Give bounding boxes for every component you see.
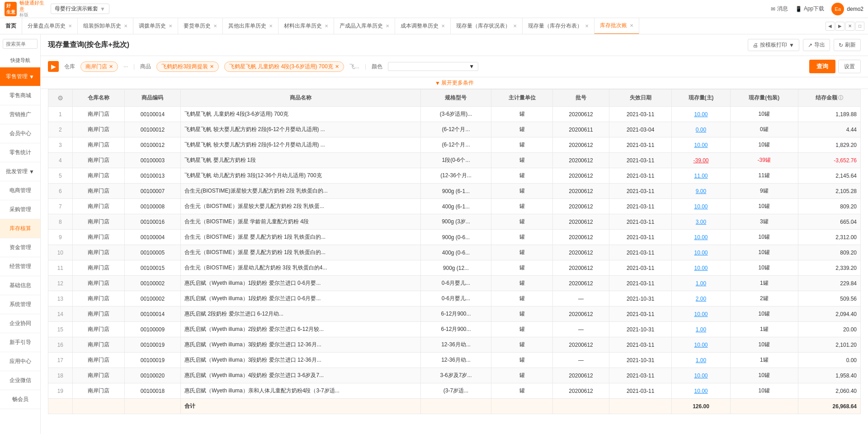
tab-product-in[interactable]: 产成品入库单历史 ✕ (334, 18, 395, 34)
tab-inventory-dist[interactable]: 现存量（库存分布表）✕ (523, 18, 594, 34)
sidebar-item-finance[interactable]: 资金管理 (0, 238, 40, 257)
sidebar-item-inventory[interactable]: 库存核算 (0, 219, 40, 238)
close-icon[interactable]: ✕ (169, 24, 172, 28)
row-warehouse: 南岸门店 (72, 276, 124, 291)
sidebar-item-shop[interactable]: 零售商城 (0, 86, 40, 105)
close-icon[interactable]: ✕ (630, 23, 633, 28)
settings-button[interactable]: 设置 (838, 60, 861, 73)
row-qty-main[interactable]: 10.00 (672, 307, 730, 322)
query-button[interactable]: 查询 (809, 60, 835, 73)
expand-more-button[interactable]: ▼ 展开更多条件 (48, 77, 861, 89)
download-action[interactable]: 📱 App下载 (795, 5, 824, 13)
table-row: 4 南岸门店 00100003 飞鹤星飞帆 婴儿配方奶粉 1段 1段(0-6个.… (48, 153, 861, 168)
close-icon[interactable]: ✕ (68, 24, 72, 28)
remove-goods1-icon[interactable]: ✕ (210, 64, 214, 70)
color-select[interactable]: ▼ (388, 62, 478, 71)
sidebar-item-marketing[interactable]: 营销推广 (0, 105, 40, 124)
tab-inventory-batch[interactable]: 库存批次账 ✕ (594, 18, 639, 34)
close-icon[interactable]: ✕ (213, 24, 217, 28)
row-qty-main[interactable]: 1.00 (672, 353, 730, 368)
row-qty-main[interactable]: 11.00 (672, 168, 730, 184)
row-qty-main[interactable]: -39.00 (672, 153, 730, 168)
close-icon[interactable]: ✕ (124, 24, 127, 28)
close-icon[interactable]: ✕ (513, 24, 517, 28)
row-qty-main[interactable]: 10.00 (672, 245, 730, 260)
goods-more[interactable]: 飞... (349, 63, 359, 71)
row-qty-main[interactable]: 0.00 (672, 122, 730, 137)
row-qty-main[interactable]: 10.00 (672, 107, 730, 122)
tab-material-out[interactable]: 材料出库单历史 ✕ (278, 18, 334, 34)
row-qty-main[interactable]: 3.00 (672, 214, 730, 230)
close-icon[interactable]: ✕ (441, 24, 445, 28)
row-qty-main[interactable]: 1.00 (672, 322, 730, 337)
col-settings[interactable]: ⚙ (48, 90, 73, 107)
row-qty-main[interactable]: 10.00 (672, 337, 730, 353)
row-expire: 2021-03-11 (609, 245, 672, 260)
warehouse-more[interactable]: ··· (123, 63, 128, 70)
sidebar-item-app-center[interactable]: 应用中心 (0, 352, 40, 371)
sidebar-item-retail[interactable]: 零售管理 ▼ (0, 67, 40, 86)
close-icon[interactable]: ✕ (269, 24, 273, 28)
sidebar-item-basic[interactable]: 基础信息 (0, 276, 40, 295)
scroll-left-arrow[interactable]: ◀ (826, 22, 835, 31)
tab-cost-adjust[interactable]: 成本调整单历史 ✕ (395, 18, 451, 34)
sidebar-item-wholesale[interactable]: 批发管理 ▼ (0, 162, 40, 181)
sidebar-item-member[interactable]: 会员中心 (0, 124, 40, 143)
goods-tag-2[interactable]: 飞鹤星飞帆 儿童奶粉 4段(3-6岁适用) 700克 ✕ (224, 61, 344, 72)
row-unit: 罐 (491, 322, 553, 337)
remove-goods2-icon[interactable]: ✕ (335, 64, 339, 70)
row-qty-pkg: 10罐 (730, 337, 798, 353)
sidebar-item-enterprise[interactable]: 企业协同 (0, 314, 40, 333)
maximize-icon[interactable]: □ (855, 22, 864, 31)
close-tab-icon[interactable]: ✕ (845, 22, 854, 31)
row-qty-pkg: 10罐 (730, 368, 798, 383)
row-qty-main[interactable]: 10.00 (672, 199, 730, 214)
tab-zu-zhuang[interactable]: 组装拆卸单历史 ✕ (78, 18, 133, 34)
tab-yao-huo[interactable]: 要货单历史 ✕ (178, 18, 223, 34)
row-qty-main[interactable]: 1.00 (672, 276, 730, 291)
warehouse-filter-tag[interactable]: 南岸门店 ✕ (80, 61, 118, 72)
tab-inventory-status[interactable]: 现存量（库存状况表）✕ (451, 18, 523, 34)
row-qty-main[interactable]: 9.00 (672, 184, 730, 199)
tab-diao-bo[interactable]: 调拨单历史 ✕ (133, 18, 178, 34)
nav-arrows: ◀ ▶ ✕ □ (826, 22, 868, 31)
industry-select[interactable]: 母婴行业演示账套 ▼ (51, 4, 109, 14)
export-button[interactable]: ↗ 导出 (803, 39, 830, 51)
tab-fen-pan[interactable]: 分量盘点单历史 ✕ (22, 18, 78, 34)
sidebar-item-ecommerce[interactable]: 电商管理 (0, 181, 40, 200)
sidebar-item-member2[interactable]: 畅会员 (0, 390, 40, 409)
row-name: 惠氏启赋（Wyeth illuma）3段奶粉 爱尔兰进口 12-36月... (181, 337, 421, 353)
row-number: 14 (48, 307, 73, 322)
row-qty-main[interactable]: 10.00 (672, 383, 730, 399)
row-unit: 罐 (491, 260, 553, 276)
row-qty-main[interactable]: 10.00 (672, 137, 730, 153)
filter-expand-button[interactable]: ▶ (48, 61, 59, 72)
row-qty-main[interactable]: 10.00 (672, 230, 730, 245)
row-qty-main[interactable]: 10.00 (672, 260, 730, 276)
sidebar-item-wechat[interactable]: 企业微信 (0, 371, 40, 390)
message-action[interactable]: ✉ 消息 (771, 5, 788, 13)
goods-tag-1[interactable]: 飞鹤奶粉3段两提装 ✕ (156, 61, 219, 72)
refresh-button[interactable]: ↻ 刷新 (834, 39, 861, 51)
sidebar-item-retail-stats[interactable]: 零售统计 (0, 143, 40, 162)
close-icon[interactable]: ✕ (386, 24, 389, 28)
col-amount: 结存金额 ⓘ (798, 90, 860, 107)
row-qty-main[interactable]: 2.00 (672, 291, 730, 307)
total-row: 合计 126.00 26,968.64 (48, 399, 861, 414)
tab-other-out[interactable]: 其他出库单历史 ✕ (223, 18, 278, 34)
search-input[interactable] (3, 39, 38, 49)
sidebar-item-system[interactable]: 系统管理 (0, 295, 40, 314)
row-amount: 665.04 (798, 214, 860, 230)
remove-warehouse-icon[interactable]: ✕ (109, 64, 113, 70)
template-print-button[interactable]: 🖨 按模板打印 ▼ (748, 39, 799, 51)
sidebar-item-operation[interactable]: 经营管理 (0, 257, 40, 276)
close-icon[interactable]: ✕ (325, 24, 328, 28)
user-area[interactable]: Ea demo2 (831, 3, 863, 15)
scroll-right-arrow[interactable]: ▶ (835, 22, 844, 31)
sidebar-item-purchase[interactable]: 采购管理 (0, 200, 40, 219)
row-qty-main[interactable]: 10.00 (672, 368, 730, 383)
row-batch: — (553, 353, 609, 368)
sidebar-item-guide[interactable]: 新手引导 (0, 333, 40, 352)
tab-home[interactable]: 首页 (0, 18, 22, 34)
close-icon[interactable]: ✕ (585, 24, 589, 28)
